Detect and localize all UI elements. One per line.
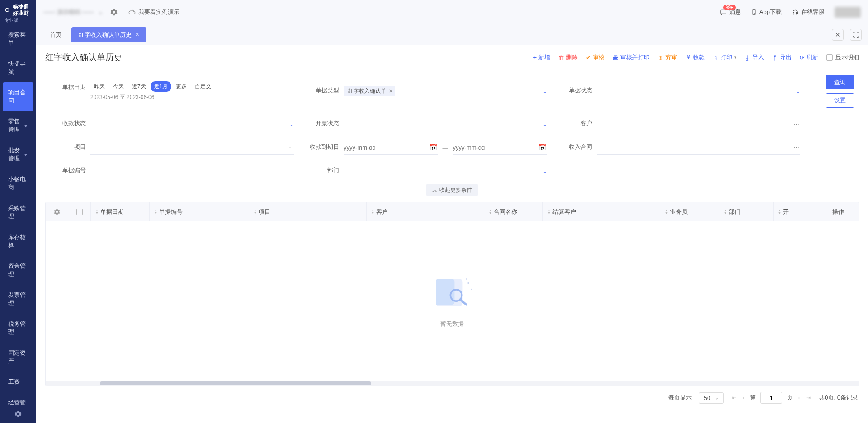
col-2[interactable]: ▲▼项目	[249, 202, 367, 221]
sidebar-item-7[interactable]: 库存核算	[0, 227, 36, 256]
date-opt-近7天[interactable]: 近7天	[128, 81, 150, 92]
col-partial[interactable]: ▲▼开	[774, 202, 796, 221]
date-opt-更多[interactable]: 更多	[172, 81, 190, 92]
sidebar-item-8[interactable]: 资金管理	[0, 256, 36, 285]
col-1[interactable]: ▲▼单据编号	[150, 202, 249, 221]
customer-select[interactable]: ⋯	[597, 118, 800, 131]
demo-link[interactable]: 我要看实例演示	[128, 8, 179, 16]
import-button[interactable]: ⭳导入	[745, 53, 764, 61]
audit-print-button[interactable]: 🖶审核并打印	[613, 53, 650, 61]
sidebar-item-10[interactable]: 税务管理	[0, 314, 36, 343]
col-0[interactable]: ▲▼单据日期	[91, 202, 150, 221]
doc-type-select[interactable]: 红字收入确认单 ✕ ⌄	[344, 85, 547, 98]
col-7[interactable]: ▲▼部门	[719, 202, 774, 221]
chevron-down-icon: ⌄	[542, 168, 547, 174]
date-opt-近1月[interactable]: 近1月	[151, 81, 172, 92]
fullscreen-button[interactable]: ⛶	[850, 29, 862, 41]
filters: 单据日期 昨天今天近7天近1月更多自定义 2023-05-06 至 2023-0…	[36, 68, 868, 199]
sidebar-item-6[interactable]: 采购管理	[0, 198, 36, 227]
table-settings-button[interactable]	[46, 202, 68, 221]
settings-icon[interactable]	[14, 410, 22, 418]
table-horizontal-scrollbar[interactable]	[46, 381, 859, 386]
calendar-icon[interactable]: 📅	[429, 144, 437, 151]
sidebar-item-5[interactable]: 小畅电商	[0, 169, 36, 198]
tab-0[interactable]: 首页	[42, 27, 69, 42]
col-3[interactable]: ▲▼客户	[367, 202, 484, 221]
user-avatar[interactable]	[835, 7, 861, 18]
remove-tag-icon[interactable]: ✕	[389, 89, 392, 94]
recv-due-from-input[interactable]	[344, 141, 438, 155]
close-tab-icon[interactable]: ✕	[135, 32, 139, 38]
prev-page-button[interactable]: ‹	[742, 395, 745, 401]
tabs-row: 首页红字收入确认单历史✕ ✕ ⛶	[36, 24, 868, 45]
sidebar-item-11[interactable]: 固定资产	[0, 343, 36, 371]
sidebar-item-13[interactable]: 经营管理	[0, 392, 36, 405]
new-button[interactable]: +新增	[533, 53, 550, 61]
table-empty-state: 暂无数据	[46, 221, 859, 380]
doc-no-input[interactable]	[90, 164, 294, 178]
support-label: 在线客服	[801, 8, 825, 16]
messages-link[interactable]: 99+ 消息	[720, 8, 741, 16]
col-6[interactable]: ▲▼业务员	[660, 202, 719, 221]
print-button[interactable]: 🖨打印▾	[713, 53, 736, 61]
sidebar-item-4[interactable]: 批发管理▼	[0, 140, 36, 169]
page-title: 红字收入确认单历史	[45, 52, 123, 63]
doc-status-label: 单据状态	[556, 85, 597, 94]
income-contract-select[interactable]: ⋯	[597, 141, 800, 155]
show-detail-checkbox[interactable]: 显示明细	[826, 53, 859, 61]
sidebar-item-12[interactable]: 工资	[0, 371, 36, 392]
doc-status-select[interactable]: ⌄	[597, 85, 800, 98]
date-opt-今天[interactable]: 今天	[109, 81, 127, 92]
more-icon: ⋯	[793, 144, 800, 151]
tab-1[interactable]: 红字收入确认单历史✕	[71, 27, 146, 42]
org-selector[interactable]: —— 演示组织 —— ⌄	[43, 8, 103, 16]
refresh-button[interactable]: ⟳刷新	[800, 53, 818, 61]
filter-settings-button[interactable]: 设置	[826, 93, 854, 108]
page-input[interactable]	[760, 392, 782, 404]
select-all-checkbox[interactable]	[68, 202, 91, 221]
receive-button[interactable]: ￥收款	[685, 53, 705, 61]
invoice-status-select[interactable]: ⌄	[344, 118, 547, 131]
gear-icon[interactable]	[110, 9, 118, 16]
delete-button[interactable]: 🗑删除	[558, 53, 578, 61]
query-button[interactable]: 查询	[826, 75, 854, 89]
svg-point-5	[467, 282, 469, 284]
empty-text: 暂无数据	[440, 320, 464, 328]
next-page-button[interactable]: ›	[797, 395, 801, 401]
col-4[interactable]: ▲▼合同名称	[484, 202, 543, 221]
export-button[interactable]: ⭱导出	[772, 53, 792, 61]
date-opt-自定义[interactable]: 自定义	[191, 81, 215, 92]
sidebar-item-9[interactable]: 发票管理	[0, 285, 36, 314]
scrollbar-thumb[interactable]	[100, 381, 371, 385]
chevron-down-icon: ⌄	[289, 121, 294, 127]
first-page-button[interactable]: ⇤	[731, 395, 737, 401]
gear-icon	[54, 209, 60, 215]
abandon-button[interactable]: ⦻弃审	[658, 53, 677, 61]
doc-no-label: 单据编号	[50, 164, 90, 174]
sidebar-item-0[interactable]: 搜索菜单	[0, 24, 36, 53]
page-label-pre: 第	[750, 394, 756, 402]
dept-select[interactable]: ⌄	[344, 164, 547, 178]
project-select[interactable]: ⋯	[90, 141, 294, 155]
collapse-filters-button[interactable]: ︽ 收起更多条件	[426, 184, 478, 196]
recv-due-to-input[interactable]	[453, 141, 547, 155]
topbar: —— 演示组织 —— ⌄ 我要看实例演示 99+ 消息 App下载	[36, 0, 868, 24]
sort-icon: ▲▼	[724, 209, 727, 215]
calendar-icon[interactable]: 📅	[538, 144, 546, 151]
support-link[interactable]: 在线客服	[792, 8, 825, 16]
data-table: ▲▼单据日期▲▼单据编号▲▼项目▲▼客户▲▼合同名称▲▼结算客户▲▼业务员▲▼部…	[45, 202, 859, 386]
per-page-select[interactable]: 50⌄	[699, 392, 724, 404]
caret-down-icon: ▼	[24, 152, 28, 157]
brand-logo: 畅捷通好业财 专业版	[0, 0, 36, 24]
audit-button[interactable]: ✔审核	[586, 53, 604, 61]
date-opt-昨天[interactable]: 昨天	[90, 81, 108, 92]
app-download-link[interactable]: App下载	[751, 8, 782, 16]
sidebar-item-3[interactable]: 零售管理▼	[0, 111, 36, 140]
col-5[interactable]: ▲▼结算客户	[543, 202, 660, 221]
close-all-tabs-button[interactable]: ✕	[832, 29, 844, 41]
page-header: 红字收入确认单历史 +新增 🗑删除 ✔审核 🖶审核并打印 ⦻弃审 ￥收款 🖨打印…	[36, 45, 868, 68]
last-page-button[interactable]: ⇥	[805, 395, 811, 401]
sidebar-item-1[interactable]: 快捷导航	[0, 53, 36, 82]
sidebar-item-2[interactable]: 项目合同	[3, 82, 33, 111]
recv-status-select[interactable]: ⌄	[90, 118, 294, 131]
